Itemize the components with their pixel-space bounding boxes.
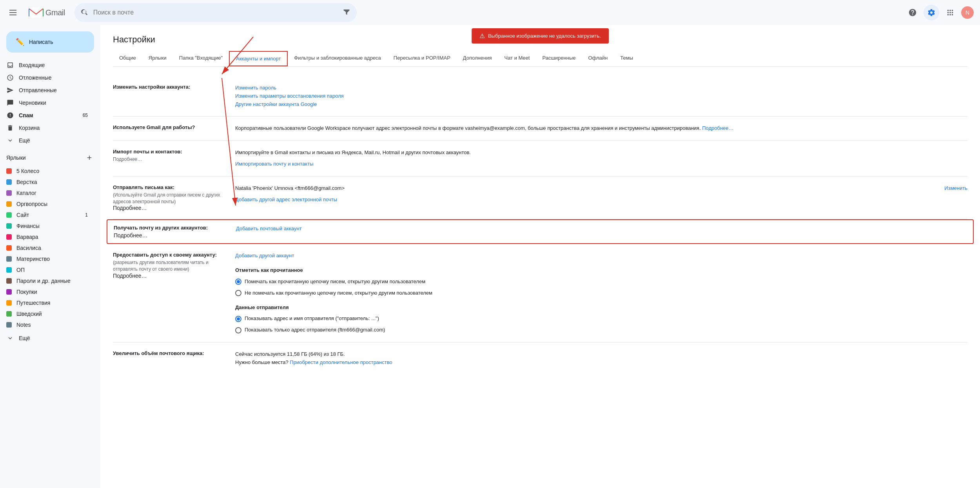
label-5koleso[interactable]: 5 Колесо [0, 166, 94, 177]
tab-labels[interactable]: Ярлыки [142, 51, 173, 66]
tab-general[interactable]: Общие [113, 51, 142, 66]
apps-button[interactable] [942, 5, 958, 20]
label-finansy[interactable]: Финансы [0, 220, 94, 231]
help-button[interactable] [905, 5, 920, 20]
mark-read-option2[interactable]: Не помечать как прочитанную цепочку писе… [235, 289, 967, 297]
label-varvara[interactable]: Варвара [0, 231, 94, 242]
label-orgvoprosy[interactable]: Оргвопросы [0, 198, 94, 209]
label-name-maternity: Материнство [16, 256, 88, 262]
google-settings-link[interactable]: Другие настройки аккаунта Google [235, 101, 317, 107]
import-more-link[interactable]: Подробнее… [113, 157, 142, 162]
import-text: Импортируйте в Gmail контакты и письма и… [235, 149, 967, 157]
label-name-varvara: Варвара [16, 234, 88, 240]
label-notes[interactable]: Notes [0, 319, 94, 330]
tab-advanced[interactable]: Расширенные [536, 51, 582, 66]
sidebar-item-spam[interactable]: Спам 65 [0, 109, 94, 122]
label-name-finansy: Финансы [16, 223, 88, 229]
mark-read-option1[interactable]: Помечать как прочитанную цепочку писем, … [235, 278, 967, 286]
sidebar-item-trash[interactable]: Корзина [0, 122, 94, 134]
sender-data-option2[interactable]: Показывать только адрес отправителя (ftm… [235, 326, 967, 334]
import-label-col: Импорт почты и контактов: Подробнее… [113, 149, 223, 168]
storage-action-link[interactable]: Приобрести дополнительное пространство [290, 359, 392, 365]
grant-action-link[interactable]: Добавить другой аккаунт [235, 253, 294, 259]
sendas-more-link[interactable]: Подробнее… [113, 205, 147, 211]
sender-data-label2: Показывать только адрес отправителя (ftm… [245, 326, 385, 334]
receive-label: Получать почту из других аккаунтов: [114, 225, 223, 231]
compose-button[interactable]: ✏️ Написать [6, 31, 94, 53]
label-name-passwords: Пароли и др. данные [16, 278, 88, 284]
sidebar-item-sent[interactable]: Отправленные [0, 84, 94, 97]
receive-more-link[interactable]: Подробнее… [114, 232, 148, 239]
settings-content: Изменить настройки аккаунта: Изменить па… [100, 67, 980, 384]
storage-more-text: Нужно больше места? [235, 359, 289, 365]
compose-label: Написать [29, 39, 53, 45]
error-icon: ⚠ [479, 32, 485, 40]
avatar[interactable]: N [961, 6, 974, 19]
label-swedish[interactable]: Шведский [0, 308, 94, 319]
tab-accounts[interactable]: Аккаунты и импорт [229, 51, 288, 66]
sidebar: ✏️ Написать Входящие Отложенные Отправле… [0, 25, 100, 488]
search-input[interactable] [93, 9, 338, 16]
settings-row-account: Изменить настройки аккаунта: Изменить па… [113, 76, 967, 117]
workspace-more-link[interactable]: Подробнее… [702, 125, 733, 131]
label-dot-finansy [6, 223, 12, 229]
settings-row-import: Импорт почты и контактов: Подробнее… Имп… [113, 141, 967, 177]
tab-filters[interactable]: Фильтры и заблокированные адреса [288, 51, 387, 66]
sendas-sub: (Используйте Gmail для отправки писем с … [113, 192, 223, 205]
label-dot-vasilisa [6, 245, 12, 251]
svg-rect-1 [9, 12, 16, 13]
menu-icon[interactable] [6, 5, 22, 20]
top-bar-right: N [905, 5, 974, 20]
settings-row-receive: Получать почту из других аккаунтов: Подр… [107, 219, 974, 244]
receive-label-col: Получать почту из других аккаунтов: Подр… [114, 225, 223, 239]
tab-forwarding[interactable]: Пересылка и POP/IMAP [387, 51, 457, 66]
filter-icon[interactable] [343, 8, 350, 17]
storage-label-col: Увеличить объём почтового ящика: [113, 350, 223, 367]
storage-value-col: Сейчас используется 11,58 ГБ (64%) из 18… [235, 350, 967, 367]
change-password-link[interactable]: Изменить пароль [235, 85, 276, 91]
compose-icon: ✏️ [16, 38, 24, 46]
sendas-change-link[interactable]: Изменить [944, 184, 967, 193]
labels-section-header[interactable]: Ярлыки [0, 150, 100, 166]
tab-addons[interactable]: Дополнения [457, 51, 498, 66]
sidebar-labels-more[interactable]: Ещё [0, 332, 94, 344]
sendas-value-col: Natalia 'Phoenix' Umnova <ftm666@gmail.c… [235, 184, 967, 211]
trash-label: Корзина [19, 125, 88, 131]
sendas-action-link[interactable]: Добавить другой адрес электронной почты [235, 197, 337, 202]
label-count-sayt: 1 [85, 212, 88, 218]
label-vasilisa[interactable]: Василиса [0, 242, 94, 253]
recovery-link[interactable]: Изменить параметры восстановления пароля [235, 93, 344, 99]
label-maternity[interactable]: Материнство [0, 253, 94, 264]
sidebar-item-more[interactable]: Ещё [0, 134, 94, 147]
sidebar-item-snoozed[interactable]: Отложенные [0, 71, 94, 84]
import-action-link[interactable]: Импортировать почту и контакты [235, 161, 313, 167]
label-passwords[interactable]: Пароли и др. данные [0, 275, 94, 286]
tab-inbox[interactable]: Папка "Входящие" [173, 51, 229, 66]
sidebar-item-inbox[interactable]: Входящие [0, 59, 94, 71]
label-op[interactable]: ОП [0, 264, 94, 275]
label-travel[interactable]: Путешествия [0, 297, 94, 308]
labels-more-icon [6, 335, 14, 342]
sidebar-item-drafts[interactable]: Черновики [0, 97, 94, 109]
add-label-icon[interactable] [85, 153, 94, 162]
settings-button[interactable] [924, 5, 939, 20]
snoozed-icon [6, 74, 14, 81]
label-verstka[interactable]: Верстка [0, 177, 94, 188]
receive-action-link[interactable]: Добавить почтовый аккаунт [236, 226, 302, 231]
settings-tabs: Общие Ярлыки Папка "Входящие" Аккаунты и… [113, 51, 967, 67]
label-purchases[interactable]: Покупки [0, 286, 94, 297]
label-katalog[interactable]: Каталог [0, 188, 94, 198]
label-dot-verstka [6, 179, 12, 185]
sendas-label: Отправлять письма как: [113, 184, 223, 190]
tab-themes[interactable]: Темы [614, 51, 639, 66]
label-dot-passwords [6, 278, 12, 284]
error-tooltip: ⚠ Выбранное изображение не удалось загру… [472, 28, 609, 44]
sender-data-option1[interactable]: Показывать адрес и имя отправителя ("отп… [235, 315, 967, 323]
grant-more-link[interactable]: Подробнее… [113, 273, 147, 279]
tab-offline[interactable]: Офлайн [582, 51, 614, 66]
label-sayt[interactable]: Сайт 1 [0, 209, 94, 220]
more-label: Ещё [19, 137, 88, 144]
tab-chat[interactable]: Чат и Meet [498, 51, 536, 66]
mark-read-label2: Не помечать как прочитанную цепочку писе… [245, 289, 432, 297]
account-value-col: Изменить пароль Изменить параметры восст… [235, 84, 967, 108]
